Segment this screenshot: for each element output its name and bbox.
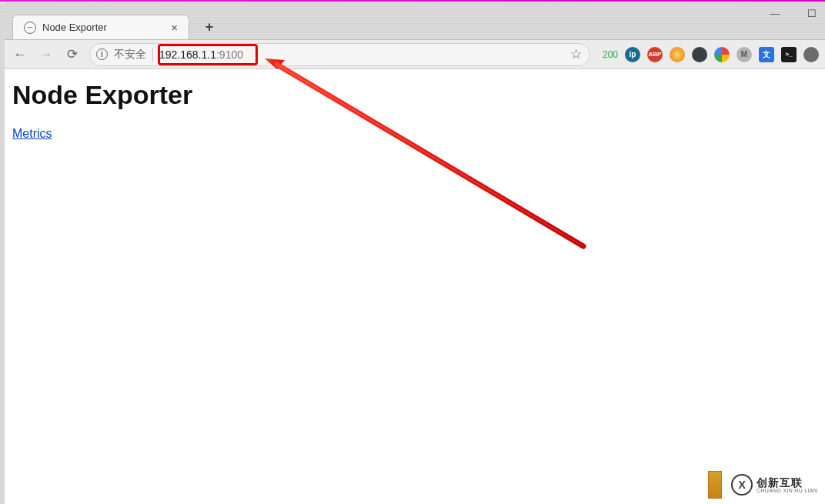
page-content: Node Exporter Metrics (5, 69, 825, 504)
address-bar[interactable]: i 不安全 192.168.1.1:9100 ☆ (89, 43, 590, 66)
title-bar: — ☐ Node Exporter × + (5, 2, 825, 40)
watermark-box-icon (708, 471, 722, 499)
watermark: X 创新互联 CHUANG XIN HU LIAN (708, 471, 822, 499)
bookmark-star-icon[interactable]: ☆ (570, 46, 582, 62)
browser-window: — ☐ Node Exporter × + ← → ⟳ i 不安全 192.16… (5, 2, 825, 504)
url-port: :9100 (216, 48, 243, 61)
minimize-button[interactable]: — (767, 6, 783, 20)
extensions-area: 200 ip ABP M 文 >_ (598, 47, 819, 62)
forward-button[interactable]: → (37, 45, 55, 64)
url-host: 192.168.1.1 (159, 48, 216, 61)
tab-strip: Node Exporter × + (12, 15, 220, 39)
watermark-logo-letter: X (731, 474, 753, 496)
url-text: 192.168.1.1:9100 (159, 48, 243, 61)
http-status-badge: 200 (603, 49, 618, 60)
tab-title: Node Exporter (42, 22, 162, 33)
abp-icon[interactable]: ABP (647, 47, 663, 62)
toolbar: ← → ⟳ i 不安全 192.168.1.1:9100 ☆ 200 ip AB… (5, 40, 825, 69)
google-icon[interactable] (714, 47, 730, 62)
page-heading: Node Exporter (12, 80, 817, 110)
metrics-link[interactable]: Metrics (12, 127, 52, 140)
watermark-logo: X 创新互联 CHUANG XIN HU LIAN (726, 472, 822, 497)
net-icon[interactable] (692, 47, 707, 62)
security-label: 不安全 (114, 48, 146, 62)
misc-icon[interactable] (803, 47, 819, 62)
translate-icon[interactable]: 文 (759, 47, 774, 62)
terminal-icon[interactable]: >_ (781, 47, 797, 62)
new-tab-button[interactable]: + (199, 16, 220, 38)
window-controls: — ☐ (767, 6, 820, 20)
watermark-en: CHUANG XIN HU LIAN (757, 488, 817, 493)
globe-icon (24, 22, 36, 34)
browser-tab[interactable]: Node Exporter × (12, 15, 189, 39)
watermark-cn: 创新互联 (757, 477, 817, 488)
fire-icon[interactable] (670, 47, 685, 62)
back-button[interactable]: ← (11, 45, 29, 64)
info-icon[interactable]: i (96, 48, 108, 60)
divider (152, 48, 153, 62)
m-icon[interactable]: M (736, 47, 752, 62)
reload-button[interactable]: ⟳ (63, 45, 82, 64)
ip-icon[interactable]: ip (625, 47, 640, 62)
window-top-border (0, 0, 825, 2)
maximize-button[interactable]: ☐ (803, 6, 820, 20)
tab-close-button[interactable]: × (168, 21, 181, 34)
